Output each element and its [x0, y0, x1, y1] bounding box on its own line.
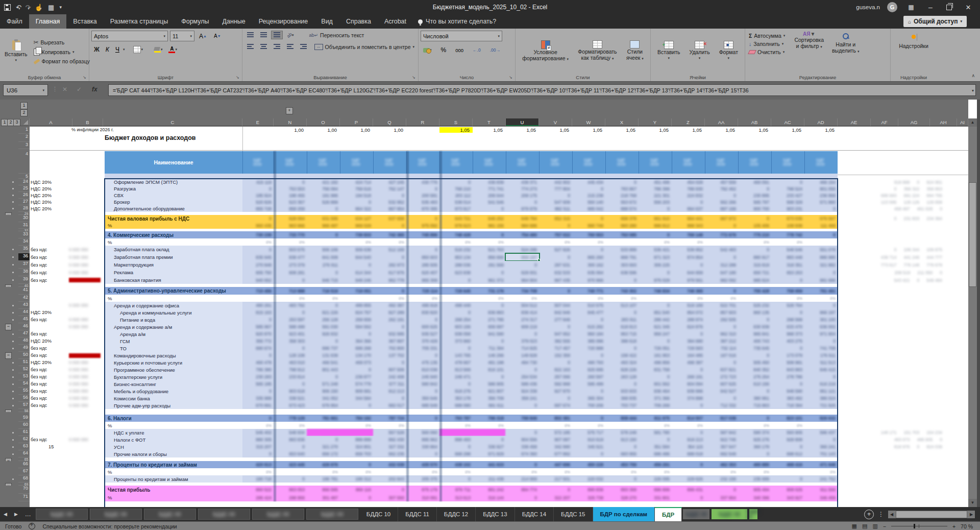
align-left-button[interactable] [244, 42, 256, 51]
cell-W1[interactable]: 1,05 [572, 127, 602, 133]
cell-AD71[interactable]: 346 459 [804, 494, 838, 501]
cell-V35[interactable]: 527 826 [539, 246, 572, 253]
close-button[interactable]: ✕ [960, 0, 977, 14]
format-cells-button[interactable]: ■ Формат▾ [717, 40, 741, 62]
cell-B36[interactable]: 0 000 000 [69, 253, 104, 261]
data-band-68[interactable]: 190 7180196 781199 312202 843205 3750211… [242, 475, 838, 483]
merge-center-button[interactable]: ↔Объединить и поместить в центре▾ [313, 43, 416, 51]
cell-AB60[interactable]: 0% [738, 422, 771, 429]
sheet-tab-БДДС 11[interactable]: БДДС 11 [398, 507, 437, 521]
cell-O35[interactable]: 506 106 [307, 246, 340, 253]
cell-S49[interactable]: 0 [439, 345, 473, 352]
column-header-S[interactable]: S [439, 118, 473, 126]
cell-R46[interactable]: 600 625 [406, 323, 439, 330]
row-header-66[interactable]: 66 [18, 461, 30, 468]
cell-N37[interactable]: 273 379 [274, 261, 307, 269]
row-header-49[interactable]: 49 [18, 345, 30, 352]
row-header-67[interactable]: 67 [18, 468, 30, 475]
borders-button[interactable]: ▾ [131, 44, 145, 55]
paste-button[interactable]: Вставить▾ [2, 39, 30, 64]
cell-X37[interactable]: 303 693 [605, 261, 639, 269]
cell-Q54[interactable]: 577 311 [373, 380, 406, 388]
cell-AA36[interactable]: 0 [705, 253, 738, 261]
cell-R42[interactable]: 0% [406, 295, 439, 302]
cell-V43[interactable]: 507 044 [539, 302, 572, 309]
data-band-34[interactable]: 0%0%0%0%0%0%0%0%0%0%0%0% [242, 238, 838, 246]
cell-R53[interactable]: 245 940 [406, 373, 439, 380]
cell-O68[interactable]: 196 781 [307, 475, 340, 483]
cell-P64[interactable]: 659 703 [340, 450, 373, 457]
cell-AA31[interactable]: 0 [705, 222, 738, 229]
cell-Q33[interactable]: 742 365 [373, 231, 406, 238]
cell-Z41[interactable]: 749 365 [672, 287, 705, 295]
cell-E42[interactable] [242, 295, 274, 302]
cell-U61[interactable]: 0 [506, 429, 539, 436]
cell-Q71[interactable]: 307 550 [373, 494, 406, 501]
cell-Y44[interactable]: 851 540 [639, 309, 672, 316]
vat-label-37[interactable]: без ндс [31, 261, 71, 269]
cell-X67[interactable]: 0% [605, 468, 639, 475]
cell-AB55[interactable]: 0 [738, 388, 771, 395]
cell-AC42[interactable]: 0% [771, 295, 804, 302]
cell-P62[interactable]: 889 899 [340, 436, 373, 443]
cell-R24[interactable]: 430 776 [406, 179, 439, 185]
cell-C60[interactable]: % [105, 422, 242, 429]
cell-U38[interactable]: 629 001 [506, 269, 539, 276]
cell-Q47[interactable]: 932 995 [373, 330, 406, 338]
cell-N53[interactable]: 233 814 [274, 373, 307, 380]
cell-V25[interactable]: 777 804 [539, 185, 572, 192]
cell-AC27[interactable]: 568 329 [771, 199, 804, 205]
cell-N49[interactable]: 0 [274, 345, 307, 352]
cell-E56[interactable]: 335 989 [242, 395, 274, 402]
cell-O25[interactable]: 756 084 [307, 185, 340, 192]
cell-AB47[interactable]: 965 841 [738, 330, 771, 338]
cell-U63[interactable]: 339 458 [506, 443, 539, 450]
vat-label-28[interactable]: НДС 20% [31, 205, 71, 212]
cell-V62[interactable]: 907 087 [539, 436, 572, 443]
data-band-33[interactable]: 730 239733 7700739 833742 365745 896748 … [242, 231, 838, 238]
cell-AA27[interactable]: 562 266 [705, 199, 738, 205]
cell-V34[interactable]: 0% [539, 238, 572, 246]
cell-C33[interactable]: 4. Коммерческие расходы [105, 231, 242, 238]
cell-N50[interactable]: 128 108 [274, 352, 307, 359]
cell-U34[interactable] [506, 238, 539, 246]
cell-N34[interactable]: 0% [274, 238, 307, 246]
cell-AD31[interactable]: 111 469 [804, 222, 838, 229]
cell-W33[interactable]: 760 553 [572, 231, 605, 238]
sheet-tab-БДДС 13[interactable]: БДДС 13 [476, 507, 514, 521]
cell-C36[interactable]: Заработная плата премии [105, 253, 242, 261]
cell-N39[interactable]: 0 [274, 276, 307, 284]
cell-AA66[interactable]: 462 353 [705, 461, 738, 468]
cell-Q35[interactable]: 512 169 [373, 246, 406, 253]
cell-Z61[interactable]: 0 [672, 429, 705, 436]
cell-R51[interactable]: 475 135 [406, 359, 439, 366]
cell-AC35[interactable]: 548 546 [771, 246, 804, 253]
cell-C42[interactable]: % [105, 295, 242, 302]
cell-Y61[interactable]: 581 780 [639, 429, 672, 436]
data-band-47[interactable]: 920 870923 401926 9320932 995935 527938 … [242, 330, 838, 338]
data-band-63[interactable]: 315 2070321 270324 801327 332330 8640336… [242, 443, 838, 450]
cell-AA53[interactable]: 272 723 [705, 373, 738, 380]
cell-C53[interactable]: Бухгалтерские услуги [105, 373, 242, 380]
cell-S56[interactable]: 353 178 [439, 395, 473, 402]
cell-B51[interactable]: 0 000 000 [69, 359, 104, 366]
cell-AB41[interactable]: 755 428 [738, 287, 771, 295]
cell-X35[interactable]: 533 889 [605, 246, 639, 253]
cell-Z35[interactable]: 539 952 [672, 246, 705, 253]
cell-T54[interactable]: 586 905 [473, 380, 506, 388]
row-header-47[interactable]: 47 [18, 330, 30, 338]
data-band-27[interactable]: 520 826523 357526 8890532 952535 483538 … [242, 199, 838, 205]
cell-O27[interactable]: 526 889 [307, 199, 340, 205]
cell-S52[interactable]: 813 569 [439, 366, 473, 373]
cell-T31[interactable]: 981 155 [473, 222, 506, 229]
cell-AB24[interactable]: 460 091 [738, 179, 771, 185]
row-header-35[interactable]: 35 [18, 246, 30, 253]
cell-X24[interactable]: 0 [605, 179, 639, 185]
cell-O44[interactable]: 821 226 [307, 309, 340, 316]
cell-Q70[interactable]: 0 [373, 486, 406, 494]
cell-B53[interactable]: 0 000 000 [69, 373, 104, 380]
cell-Y47[interactable]: 956 247 [639, 330, 672, 338]
cell-C30[interactable]: Чистая валовая прибыль с НДС [105, 215, 242, 222]
cell-AB30[interactable]: 0 [738, 215, 771, 222]
sheet-tab-БДДС 15[interactable]: БДДС 15 [554, 507, 593, 521]
